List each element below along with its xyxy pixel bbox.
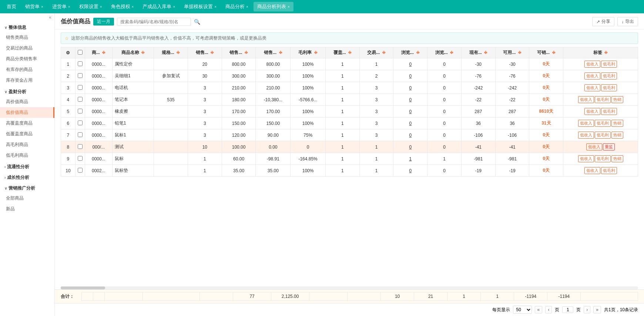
period-button[interactable]: 近一月 — [93, 18, 114, 26]
th-saleable[interactable]: 可销... ≑ — [529, 47, 563, 58]
nav-item-3[interactable]: 权限设置 × — [76, 2, 106, 11]
row-checkbox-cell[interactable] — [75, 141, 85, 153]
row-checkbox-cell[interactable] — [75, 70, 85, 82]
last-page-button[interactable]: » — [593, 306, 601, 313]
row-checkbox[interactable] — [78, 156, 83, 161]
close-icon[interactable]: × — [246, 5, 248, 9]
row-col11-link[interactable]: 0 — [409, 121, 412, 126]
next-page-button[interactable]: › — [584, 306, 590, 313]
row-col11-link[interactable]: 0 — [409, 62, 412, 67]
row-checkbox-cell[interactable] — [75, 153, 85, 165]
close-icon[interactable]: × — [288, 5, 290, 9]
row-col11-link[interactable]: 0 — [409, 74, 412, 79]
row-checkbox[interactable] — [78, 73, 83, 78]
row-checkbox-cell[interactable] — [75, 94, 85, 106]
sidebar-item-有库存的商品[interactable]: 有库存的商品 — [0, 64, 54, 75]
current-page-input[interactable] — [562, 306, 573, 313]
sidebar-item-新品[interactable]: 新品 — [0, 204, 54, 214]
th-current[interactable]: 现有... ≑ — [461, 47, 495, 58]
first-page-button[interactable]: « — [535, 306, 543, 313]
sidebar-group-3[interactable]: › 成长性分析 — [0, 171, 54, 182]
sidebar-group-0[interactable]: ∨ 整体信息 — [0, 21, 54, 32]
row-checkbox-cell[interactable] — [75, 82, 85, 94]
nav-item-4[interactable]: 角色授权 × — [107, 2, 138, 11]
sidebar-item-低毛利商品[interactable]: 低毛利商品 — [0, 150, 54, 161]
th-margin[interactable]: 毛利率 ≑ — [291, 47, 326, 58]
row-col11-link[interactable]: 0 — [409, 133, 412, 138]
th-available[interactable]: 可用... ≑ — [495, 47, 529, 58]
nav-item-5[interactable]: 产成品入库单 × — [139, 2, 179, 11]
row-checkbox-cell[interactable] — [75, 106, 85, 118]
sidebar-item-商品分类销售率[interactable]: 商品分类销售率 — [0, 54, 54, 64]
th-sales2[interactable]: 销售... ≑ — [222, 47, 256, 58]
th-code[interactable]: 商... ≑ — [85, 47, 112, 58]
close-icon[interactable]: × — [100, 5, 102, 9]
nav-item-6[interactable]: 单据模板设置 × — [180, 2, 220, 11]
th-browse1[interactable]: 浏览... ≑ — [393, 47, 427, 58]
prev-page-button[interactable]: ‹ — [545, 306, 552, 313]
th-sales1[interactable]: 销售... ≑ — [188, 47, 222, 58]
row-col11-link[interactable]: 0 — [409, 97, 412, 102]
close-icon[interactable]: × — [132, 5, 134, 9]
search-input[interactable] — [117, 18, 191, 26]
sidebar-item-高覆盖度商品[interactable]: 高覆盖度商品 — [0, 118, 54, 129]
close-icon[interactable]: × — [214, 5, 217, 9]
row-col11-link[interactable]: 1 — [409, 156, 412, 162]
sidebar-collapse-button[interactable]: « — [0, 13, 54, 21]
sidebar-group-1[interactable]: ∨ 盈财分析 — [0, 86, 54, 96]
sidebar-group-2[interactable]: › 流通性分析 — [0, 161, 54, 171]
row-col11-link[interactable]: 0 — [409, 168, 412, 173]
nav-item-8[interactable]: 商品分析列表 × — [254, 2, 294, 11]
th-sales3[interactable]: 销售... ≑ — [256, 47, 291, 58]
nav-item-7[interactable]: 商品分析 × — [222, 2, 252, 11]
row-checkbox[interactable] — [78, 97, 83, 102]
row-checkbox[interactable] — [78, 132, 83, 137]
row-checkbox-cell[interactable] — [75, 129, 85, 141]
row-checkbox[interactable] — [78, 109, 83, 113]
table-scrollbar[interactable] — [61, 286, 638, 289]
nav-item-0[interactable]: 首页 — [3, 2, 20, 11]
sidebar-item-高价值商品[interactable]: 高价值商品 — [0, 96, 54, 107]
header-actions: ↗ 分享 ↓ 导出 — [592, 17, 638, 26]
row-checkbox-cell[interactable] — [75, 165, 85, 177]
close-icon[interactable]: × — [68, 5, 70, 9]
row-col11-link[interactable]: 0 — [409, 145, 412, 150]
th-coverage[interactable]: 覆盖... ≑ — [325, 47, 359, 58]
row-col10: 3 — [359, 129, 393, 141]
share-button[interactable]: ↗ 分享 — [592, 17, 614, 26]
row-checkbox[interactable] — [78, 168, 83, 173]
row-checkbox[interactable] — [78, 61, 83, 66]
row-days-value: 31天 — [541, 120, 551, 126]
row-checkbox[interactable] — [78, 144, 83, 149]
sidebar-item-销售类商品[interactable]: 销售类商品 — [0, 32, 54, 43]
th-name[interactable]: 商品名称 ≑ — [112, 47, 154, 58]
search-icon[interactable]: 🔍 — [194, 19, 200, 25]
row-col11-link[interactable]: 0 — [409, 85, 412, 91]
th-tags[interactable]: 标签 ≑ — [563, 47, 638, 58]
sidebar-item-低覆盖度商品[interactable]: 低覆盖度商品 — [0, 129, 54, 139]
sidebar-item-交易过的商品[interactable]: 交易过的商品 — [0, 43, 54, 54]
close-icon[interactable]: × — [173, 5, 175, 9]
export-button[interactable]: ↓ 导出 — [617, 17, 638, 26]
th-browse2[interactable]: 浏览... ≑ — [427, 47, 462, 58]
table-container[interactable]: ⚙ 商... ≑ 商品名称 ≑ 规格... ≑ 销售... ≑ 销售... ≑ … — [55, 47, 644, 286]
close-icon[interactable]: × — [41, 5, 43, 9]
th-transaction[interactable]: 交易... ≑ — [359, 47, 393, 58]
nav-item-2[interactable]: 进货单 × — [48, 2, 74, 11]
sidebar-item-全部商品[interactable]: 全部商品 — [0, 193, 54, 204]
page-size-select[interactable]: 50 100 — [513, 306, 532, 314]
sidebar-item-高毛利商品[interactable]: 高毛利商品 — [0, 139, 54, 150]
row-checkbox-cell[interactable] — [75, 118, 85, 129]
nav-item-1[interactable]: 销货单 × — [21, 2, 47, 11]
sidebar-item-低价值商品[interactable]: 低价值商品 — [0, 107, 54, 118]
sidebar-group-4[interactable]: ∨ 营销推广分析 — [0, 182, 54, 193]
select-all-checkbox[interactable] — [78, 50, 83, 55]
th-settings[interactable]: ⚙ — [61, 47, 76, 58]
row-col11-link[interactable]: 0 — [409, 109, 412, 114]
sidebar-item-库存资金占用[interactable]: 库存资金占用 — [0, 75, 54, 86]
th-spec[interactable]: 规格... ≑ — [154, 47, 188, 58]
row-checkbox-cell[interactable] — [75, 58, 85, 70]
row-checkbox[interactable] — [78, 120, 83, 125]
table-scrollbar-thumb[interactable] — [61, 286, 105, 289]
row-checkbox[interactable] — [78, 85, 83, 90]
